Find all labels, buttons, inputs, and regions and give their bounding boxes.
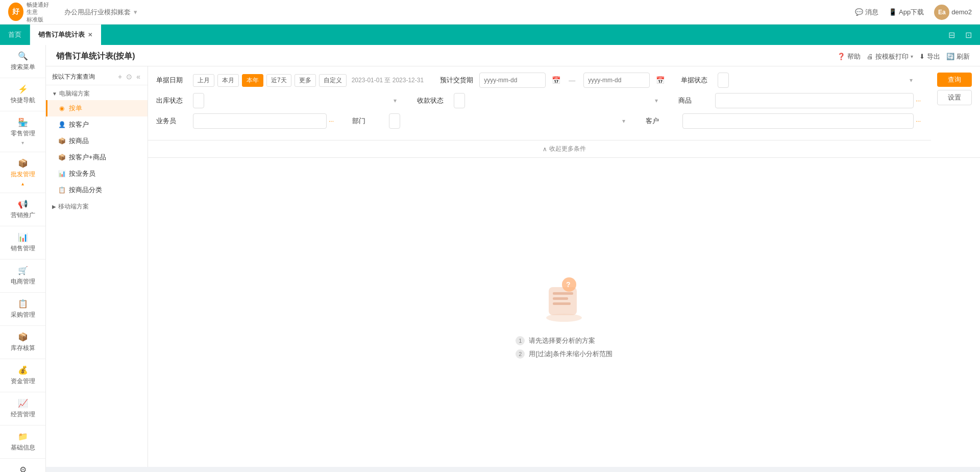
avatar: Ea [934,5,949,20]
sidebar-item-ecommerce[interactable]: 🛒 电商管理 [0,259,45,293]
mobile-category-arrow-icon: ▶ [52,204,56,209]
salesman-more-icon[interactable]: ··· [327,117,336,125]
sidebar: 🔍 搜索菜单 ⚡ 快捷导航 🏪 零售管理 ▾ 📦 批发管理 ▴ 📢 营销推广 📊… [0,45,46,472]
sidebar-item-sales[interactable]: 📊 销售管理 [0,226,45,259]
scheme-panel: 按以下方案查询 + ⊙ « ▼ 电脑端方案 ◉ 按单 [46,66,148,467]
by-salesman-icon: 📊 [58,170,66,178]
basic-info-icon: 📁 [18,432,28,441]
sidebar-item-search[interactable]: 🔍 搜索菜单 [0,45,45,78]
help-icon: ❓ [837,53,845,60]
goods-more-icon[interactable]: ··· [914,97,923,104]
reset-btn[interactable]: 设置 [937,90,972,105]
logo: 好 畅捷通好生意 标准版 [8,1,54,23]
svg-rect-2 [553,292,573,295]
sidebar-item-retail[interactable]: 🏪 零售管理 ▾ [0,111,45,152]
scheme-item-by-salesman[interactable]: 📊 按业务员 [46,166,148,182]
sidebar-item-finance[interactable]: 💰 资金管理 [0,359,45,392]
date-btn-custom[interactable]: 自定义 [319,74,347,87]
marketing-icon: 📢 [18,199,28,209]
sidebar-item-quick-nav[interactable]: ⚡ 快捷导航 [0,78,45,111]
by-customer-icon: 👤 [58,121,66,129]
collapse-label: 收起更多条件 [549,145,586,153]
date-range-display: 2023-01-01 至 2023-12-31 [352,76,424,85]
app-download-btn[interactable]: 📱 App下载 [889,8,924,17]
sidebar-item-basic-info[interactable]: 📁 基础信息 [0,426,45,459]
sidebar-item-purchase[interactable]: 📋 采购管理 [0,293,45,326]
customer-label: 客户 [646,116,676,126]
status-select[interactable] [718,73,729,88]
purchase-icon: 📋 [18,299,28,309]
tab-minimize-btn[interactable]: ⊟ [944,28,959,42]
receive-status-select[interactable] [454,93,465,108]
by-category-icon: 📋 [58,186,66,194]
app-title[interactable]: 办公用品行业模拟账套 ▾ [54,8,855,17]
refresh-btn[interactable]: 🔄 刷新 [946,52,970,61]
predicted-date-label: 预计交货期 [440,76,473,85]
out-status-select[interactable] [193,93,204,108]
filter-fields: 单据日期 上月 本月 本年 近7天 更多 自定义 2023-01-01 至 20… [148,66,931,140]
tab-close-icon[interactable]: ✕ [88,32,92,38]
department-select[interactable] [389,113,400,129]
retail-arrow-icon: ▾ [21,140,24,146]
user-menu[interactable]: Ea demo2 [934,5,972,20]
date-btn-more[interactable]: 更多 [295,74,316,87]
sidebar-item-wholesale[interactable]: 📦 批发管理 ▴ [0,152,45,193]
empty-tip-1: 1 请先选择要分析的方案 [516,336,612,345]
date-btn-this-month[interactable]: 本月 [217,74,239,87]
goods-input[interactable] [715,93,914,108]
print-icon: 🖨 [867,53,873,60]
collapse-arrow-icon: ∧ [543,146,547,153]
refresh-scheme-icon[interactable]: ⊙ [125,72,133,82]
predicted-date-end-input[interactable] [583,73,650,88]
sidebar-item-system[interactable]: ⚙ 系统管理 [0,459,45,472]
wholesale-icon: 📦 [18,158,28,168]
search-btn[interactable]: 查询 [937,73,972,87]
customer-more-icon[interactable]: ··· [914,117,923,125]
title-dropdown-icon[interactable]: ▾ [134,8,137,16]
scheme-item-by-customer-goods[interactable]: 📦 按客户+商品 [46,149,148,166]
scheme-category-pc[interactable]: ▼ 电脑端方案 [46,85,148,100]
customer-input[interactable] [682,113,914,129]
scheme-category-mobile[interactable]: ▶ 移动端方案 [46,198,148,213]
tab-home[interactable]: 首页 [0,25,30,45]
tip-num-1: 1 [516,336,525,345]
date-label: 单据日期 [156,76,187,85]
salesman-label: 业务员 [156,116,187,126]
date-btn-last-month[interactable]: 上月 [193,74,214,87]
salesman-input[interactable] [193,113,327,129]
scheme-panel-header: 按以下方案查询 + ⊙ « [46,66,148,85]
receive-status-label: 收款状态 [417,96,448,105]
export-btn[interactable]: ⬇ 导出 [919,52,940,61]
scheme-item-by-customer[interactable]: 👤 按客户 [46,116,148,133]
goods-label: 商品 [678,96,709,105]
scheme-item-by-order[interactable]: ◉ 按单 [46,100,148,116]
system-icon: ⚙ [19,465,27,472]
scheme-item-by-goods[interactable]: 📦 按商品 [46,133,148,149]
sidebar-item-marketing[interactable]: 📢 营销推广 [0,193,45,226]
help-btn[interactable]: ❓ 帮助 [837,52,861,61]
tab-maximize-btn[interactable]: ⊡ [961,28,976,42]
quick-nav-icon: ⚡ [18,84,28,94]
message-btn[interactable]: 💬 消息 [855,8,878,17]
collapse-scheme-icon[interactable]: « [135,72,141,82]
side-btns: 查询 设置 [931,66,980,105]
message-icon: 💬 [855,8,863,16]
tab-sales-order-report[interactable]: 销售订单统计表 ✕ [30,25,101,45]
collapse-bar[interactable]: ∧ 收起更多条件 [148,140,980,158]
predicted-date-start-input[interactable] [479,73,546,88]
sidebar-item-inventory[interactable]: 📦 库存核算 [0,326,45,359]
template-print-btn[interactable]: 🖨 按模板打印 ▾ [867,52,913,61]
add-scheme-icon[interactable]: + [117,72,123,82]
logo-text: 畅捷通好生意 标准版 [27,1,54,23]
date-btn-this-year[interactable]: 本年 [242,74,263,87]
sidebar-item-operations[interactable]: 📈 经营管理 [0,392,45,426]
cal-icon-end[interactable]: 📅 [656,76,665,84]
content-area: 销售订单统计表(按单) ❓ 帮助 🖨 按模板打印 ▾ ⬇ 导出 🔄 刷新 [46,45,980,472]
main-layout: 🔍 搜索菜单 ⚡ 快捷导航 🏪 零售管理 ▾ 📦 批发管理 ▴ 📢 营销推广 📊… [0,45,980,472]
scheme-item-by-category[interactable]: 📋 按商品分类 [46,182,148,198]
date-btn-7days[interactable]: 近7天 [266,74,291,87]
cal-icon-start[interactable]: 📅 [552,76,560,84]
date-buttons-group: 上月 本月 本年 近7天 更多 自定义 2023-01-01 至 2023-12… [193,74,424,87]
by-order-icon: ◉ [58,104,66,112]
export-icon: ⬇ [919,53,925,60]
